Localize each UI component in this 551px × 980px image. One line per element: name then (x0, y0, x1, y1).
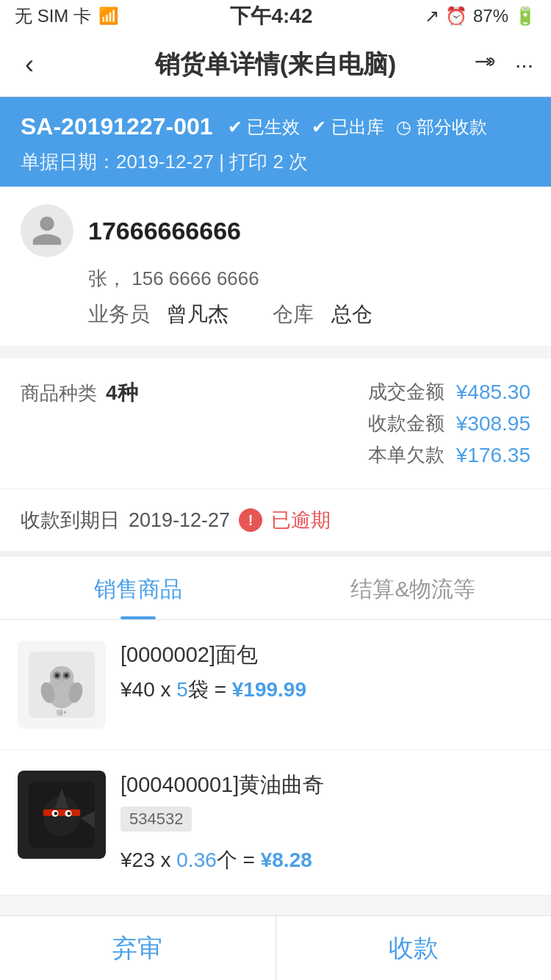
product-unit-price-1: ¥40 (120, 678, 155, 701)
product-unit-2: 个 (217, 849, 237, 871)
customer-name-line: 张， 156 6666 6666 (21, 266, 530, 292)
product-equals-1: = (215, 678, 232, 701)
product-item: 猫+ [0000002]面包 ¥40 x 5袋 = ¥199.99 (0, 620, 551, 750)
product-total-2: ¥8.28 (261, 849, 312, 871)
summary-grid: 商品种类 4种 成交金额 ¥485.30 收款金额 ¥308.95 本单欠款 ¥… (21, 379, 530, 468)
sales-rep-value: 曾凡杰 (167, 303, 228, 325)
wifi-icon: 📶 (98, 7, 118, 26)
product-image-1: 猫+ (18, 641, 106, 729)
print-label: 打印 (229, 151, 267, 173)
customer-meta: 业务员 曾凡杰 仓库 总仓 (21, 300, 530, 328)
svg-point-17 (68, 812, 71, 815)
warehouse-section: 仓库 总仓 (273, 300, 372, 328)
product-details-2: [000400001]黄油曲奇 534532 ¥23 x 0.36个 = ¥8.… (120, 771, 533, 874)
product-details-1: [0000002]面包 ¥40 x 5袋 = ¥199.99 (120, 641, 533, 704)
order-date: 2019-12-27 (116, 151, 214, 173)
customer-second-phone: 156 6666 6666 (132, 267, 259, 289)
due-date-value: 2019-12-27 (129, 509, 230, 532)
clock: 下午4:42 (230, 2, 312, 30)
product-item: [000400001]黄油曲奇 534532 ¥23 x 0.36个 = ¥8.… (0, 750, 551, 896)
deal-amount-value: ¥485.30 (456, 381, 530, 404)
product-multiply-1: x (161, 678, 177, 701)
product-kinds-label: 商品种类 (21, 381, 97, 406)
collect-payment-button[interactable]: 收款 (276, 916, 552, 980)
tabs: 销售商品 结算&物流等 (0, 557, 551, 620)
product-sku-2: 534532 (120, 807, 192, 832)
tab-settlement-label: 结算&物流等 (350, 577, 475, 601)
overdue-icon: ! (239, 508, 262, 532)
print-count: 2 (273, 151, 283, 173)
back-button[interactable]: ‹ (18, 42, 41, 87)
product-qty-2: 0.36 (176, 849, 217, 871)
location-icon: ↗ (425, 6, 439, 26)
product-equals-2: = (243, 849, 261, 871)
cancel-review-button[interactable]: 弃审 (0, 916, 276, 980)
svg-point-6 (65, 674, 68, 677)
product-image-2 (18, 771, 106, 859)
status-badge-partial: ◷ 部分收款 (396, 115, 487, 139)
product-name-2: [000400001]黄油曲奇 (120, 771, 533, 800)
cancel-review-label: 弃审 (112, 932, 162, 965)
share-button[interactable] (474, 51, 494, 77)
customer-section: 17666666666 张， 156 6666 6666 业务员 曾凡杰 仓库 … (0, 187, 551, 347)
received-label: 收款金额 (368, 411, 444, 436)
received-value: ¥308.95 (456, 412, 530, 436)
product-name-1: [0000002]面包 (120, 641, 533, 670)
product-unit-1: 袋 (188, 678, 209, 701)
tab-sales-products-label: 销售商品 (94, 577, 182, 601)
owed-amount-row: 本单欠款 ¥176.35 (368, 442, 530, 468)
tab-settlement[interactable]: 结算&物流等 (276, 557, 551, 619)
product-qty-1: 5 (176, 678, 188, 701)
product-title-1: 面包 (215, 643, 258, 666)
battery-icon: 🔋 (514, 6, 536, 26)
owed-label: 本单欠款 (368, 442, 444, 468)
svg-rect-13 (43, 810, 80, 816)
summary-section: 商品种类 4种 成交金额 ¥485.30 收款金额 ¥308.95 本单欠款 ¥… (0, 359, 551, 489)
status-bar-left: 无 SIM 卡 📶 (15, 4, 118, 28)
warehouse-value: 总仓 (331, 303, 372, 325)
carrier-label: 无 SIM 卡 (15, 4, 91, 28)
svg-point-16 (54, 812, 58, 815)
page-title: 销货单详情(来自电脑) (155, 48, 397, 82)
order-date-line: 单据日期：2019-12-27 | 打印 2 次 (21, 149, 530, 175)
alarm-icon: ⏰ (445, 6, 467, 26)
battery-label: 87% (473, 6, 508, 26)
summary-left: 商品种类 4种 (21, 379, 138, 407)
status-badge-active: ✔ 已生效 (228, 115, 300, 139)
sales-rep-section: 业务员 曾凡杰 (88, 300, 228, 328)
product-multiply-2: x (161, 849, 177, 871)
svg-text:猫+: 猫+ (57, 709, 67, 716)
product-title-2: 黄油曲奇 (239, 773, 324, 796)
product-price-row-2: ¥23 x 0.36个 = ¥8.28 (120, 846, 533, 874)
product-price-row-1: ¥40 x 5袋 = ¥199.99 (120, 676, 533, 704)
overdue-text: 已逾期 (271, 507, 331, 533)
nav-right-actions: ··· (474, 51, 533, 77)
more-button[interactable]: ··· (515, 52, 533, 77)
customer-row: 17666666666 (21, 204, 530, 257)
product-code-1: [0000002] (120, 643, 215, 666)
order-header-banner: SA-20191227-001 ✔ 已生效 ✔ 已出库 ◷ 部分收款 单据日期：… (0, 97, 551, 187)
svg-point-5 (55, 674, 59, 677)
due-date-label: 收款到期日 (21, 507, 120, 533)
product-kinds-item: 商品种类 4种 (21, 379, 138, 407)
deal-amount-label: 成交金额 (368, 379, 444, 405)
warehouse-label: 仓库 (273, 303, 314, 325)
owed-value: ¥176.35 (456, 444, 530, 467)
deal-amount-row: 成交金额 ¥485.30 (368, 379, 530, 405)
products-section: 猫+ [0000002]面包 ¥40 x 5袋 = ¥199.99 (0, 620, 551, 896)
date-label: 单据日期： (21, 151, 116, 173)
sales-rep-label: 业务员 (88, 303, 150, 325)
status-bar-right: ↗ ⏰ 87% 🔋 (425, 6, 536, 26)
status-badge-shipped: ✔ 已出库 (311, 115, 384, 139)
order-id: SA-20191227-001 (21, 113, 213, 140)
customer-name: 张， (88, 267, 126, 289)
tab-sales-products[interactable]: 销售商品 (0, 557, 276, 619)
summary-right: 成交金额 ¥485.30 收款金额 ¥308.95 本单欠款 ¥176.35 (368, 379, 530, 468)
status-badges: ✔ 已生效 ✔ 已出库 ◷ 部分收款 (228, 115, 487, 139)
customer-phone: 17666666666 (88, 217, 241, 245)
product-kinds-value: 4种 (106, 379, 138, 407)
status-bar: 无 SIM 卡 📶 下午4:42 ↗ ⏰ 87% 🔋 (0, 0, 551, 32)
received-amount-row: 收款金额 ¥308.95 (368, 411, 530, 436)
nav-bar: ‹ 销货单详情(来自电脑) ··· (0, 32, 551, 97)
product-code-2: [000400001] (120, 773, 239, 796)
